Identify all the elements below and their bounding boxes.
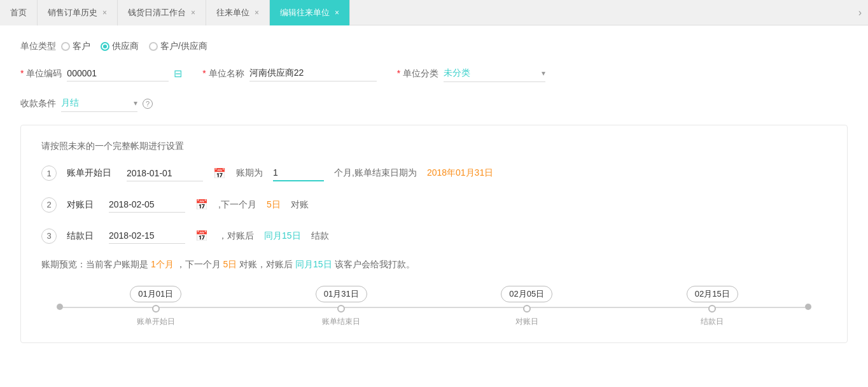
unit-category-arrow-icon: ▾: [542, 69, 545, 78]
payment-terms-item: 收款条件 月结 ▾ ?: [20, 95, 153, 112]
payment-terms-select[interactable]: 月结 ▾: [61, 95, 137, 112]
payment-date-input[interactable]: [109, 228, 185, 244]
preview-text: 账期预览：当前客户账期是 1个月 ，下一个月 5日 对账，对账后 同月15日 该…: [41, 259, 827, 271]
tab-sales-close-icon[interactable]: ×: [102, 8, 107, 17]
period-end-date: 2018年01月31日: [427, 167, 493, 179]
payment-after: 结款: [311, 230, 329, 242]
timeline-tag-3: 02月05日: [501, 286, 552, 302]
timeline-end-circle: [805, 304, 811, 310]
settings-panel: 请按照未来的一个完整帐期进行设置 1 账单开始日 📅 账期为 个月,账单结束日期…: [20, 125, 848, 343]
timeline-tag-4: 02月15日: [687, 286, 738, 302]
payment-terms-value: 月结: [61, 97, 129, 109]
tab-home[interactable]: 首页: [0, 0, 38, 25]
unit-category-value: 未分类: [444, 67, 536, 79]
radio-supplier-circle: [101, 42, 109, 51]
tab-edit-partner[interactable]: 编辑往来单位 ×: [270, 0, 350, 25]
setting-row-2: 2 对账日 📅 ,下一个月5日 对账: [41, 197, 827, 213]
timeline-dot-3: [523, 305, 531, 313]
tab-sales-order-history[interactable]: 销售订单历史 ×: [38, 0, 118, 25]
unit-name-item: 单位名称: [202, 66, 376, 81]
timeline-point-3: 02月05日 对账日: [434, 286, 620, 327]
unit-type-label: 单位类型: [20, 41, 56, 52]
tab-partner-close-icon[interactable]: ×: [255, 8, 259, 17]
payment-terms-row: 收款条件 月结 ▾ ?: [20, 95, 848, 112]
tab-partner-label: 往来单位: [216, 7, 249, 18]
start-date-input[interactable]: [127, 165, 203, 181]
setting-row-3: 3 结款日 📅 ，对账后 同月15日 结款: [41, 228, 827, 244]
setting-row-1: 1 账单开始日 📅 账期为 个月,账单结束日期为 2018年01月31日: [41, 165, 827, 181]
period-suffix: 个月,账单结束日期为: [334, 167, 417, 179]
unit-type-radio-group: 客户 供应商 客户/供应商: [61, 41, 207, 52]
period-label: 账期为: [236, 167, 263, 179]
timeline-label-2: 账单结束日: [322, 316, 360, 327]
period-value-input[interactable]: [273, 165, 324, 181]
payment-terms-arrow-icon: ▾: [134, 99, 137, 108]
unit-category-select[interactable]: 未分类 ▾: [444, 65, 545, 82]
unit-code-item: 单位编码 ⊟: [20, 66, 182, 81]
timeline-inner: 01月01日 账单开始日 01月31日 账单结束日 02月05日: [63, 286, 805, 327]
payment-before: ，对账后: [218, 230, 254, 242]
reconcile-after: 对账: [291, 199, 309, 211]
payment-terms-label: 收款条件: [20, 98, 56, 109]
radio-supplier-label: 供应商: [112, 41, 139, 52]
timeline-wrapper: 01月01日 账单开始日 01月31日 账单结束日 02月05日: [41, 286, 827, 327]
tab-cash-label: 钱货日清工作台: [128, 7, 186, 18]
timeline-start-dot: [57, 286, 63, 310]
unit-category-item: 单位分类 未分类 ▾: [397, 65, 545, 82]
radio-customer[interactable]: 客户: [61, 41, 90, 52]
unit-category-label: 单位分类: [397, 68, 438, 80]
reconcile-before: ,下一个月: [218, 199, 256, 211]
timeline-end-dot: [805, 286, 811, 310]
timeline-label-1: 账单开始日: [137, 316, 175, 327]
panel-description: 请按照未来的一个完整帐期进行设置: [41, 141, 827, 152]
unit-type-row: 单位类型 客户 供应商 客户/供应商: [20, 41, 848, 52]
start-date-calendar-icon[interactable]: 📅: [213, 167, 226, 179]
tab-cash-reconciliation[interactable]: 钱货日清工作台 ×: [118, 0, 206, 25]
start-date-label: 账单开始日: [67, 167, 111, 179]
radio-both[interactable]: 客户/供应商: [149, 41, 207, 52]
unit-info-row: 单位编码 ⊟ 单位名称 单位分类 未分类 ▾: [20, 65, 848, 82]
timeline-label-3: 对账日: [515, 316, 538, 327]
tab-edit-close-icon[interactable]: ×: [335, 8, 339, 17]
timeline-tag-2: 01月31日: [316, 286, 367, 302]
tab-more-arrow[interactable]: ›: [852, 7, 868, 18]
timeline-point-2: 01月31日 账单结束日: [249, 286, 435, 327]
preview-middle1: ，下一个月: [176, 259, 221, 269]
radio-both-circle: [149, 42, 158, 51]
unit-code-copy-icon[interactable]: ⊟: [174, 67, 182, 80]
timeline-tag-1: 01月01日: [130, 286, 181, 302]
reconcile-date-label: 对账日: [67, 199, 94, 211]
tab-home-label: 首页: [10, 7, 27, 18]
unit-type-item: 单位类型 客户 供应商 客户/供应商: [20, 41, 207, 52]
unit-code-input[interactable]: [67, 66, 169, 81]
timeline-dot-2: [337, 305, 345, 313]
timeline-dot-1: [152, 305, 160, 313]
timeline-start-circle: [57, 304, 63, 310]
reconcile-highlight: 5日: [267, 199, 281, 211]
timeline-point-1: 01月01日 账单开始日: [63, 286, 249, 327]
tab-cash-close-icon[interactable]: ×: [191, 8, 195, 17]
preview-prefix: 账期预览：当前客户账期是: [41, 259, 148, 269]
payment-highlight: 同月15日: [264, 230, 301, 242]
reconcile-date-input[interactable]: [109, 197, 185, 213]
preview-highlight2: 5日: [223, 259, 237, 269]
preview-highlight1: 1个月: [151, 259, 174, 269]
reconcile-date-calendar-icon[interactable]: 📅: [195, 199, 208, 211]
tab-partner-units[interactable]: 往来单位 ×: [206, 0, 270, 25]
payment-terms-help-icon[interactable]: ?: [143, 99, 153, 109]
radio-supplier[interactable]: 供应商: [101, 41, 139, 52]
payment-date-calendar-icon[interactable]: 📅: [195, 230, 208, 242]
row-num-2: 2: [41, 197, 57, 213]
preview-highlight3: 同月15日: [295, 259, 332, 269]
unit-name-label: 单位名称: [202, 68, 244, 80]
preview-middle2: 对账，对账后: [239, 259, 293, 269]
radio-customer-circle: [61, 42, 70, 51]
tabs-bar: 首页 销售订单历史 × 钱货日清工作台 × 往来单位 × 编辑往来单位 × ›: [0, 0, 868, 25]
row-num-3: 3: [41, 229, 57, 244]
timeline-label-4: 结款日: [701, 316, 724, 327]
timeline-dot-4: [708, 305, 716, 313]
unit-name-input[interactable]: [249, 66, 377, 81]
preview-suffix: 该客户会给我打款。: [335, 259, 415, 269]
radio-both-label: 客户/供应商: [160, 41, 207, 52]
radio-customer-label: 客户: [73, 41, 90, 52]
